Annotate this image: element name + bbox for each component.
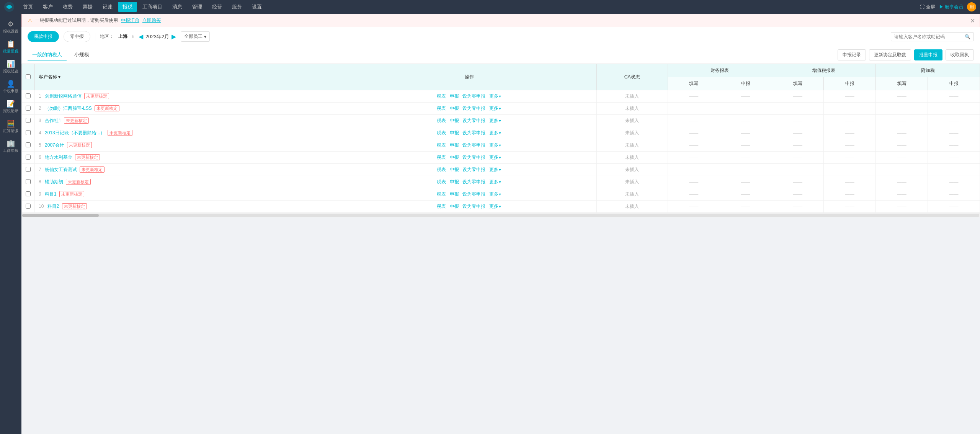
date-next-btn[interactable]: ▶ [172,33,176,40]
search-icon[interactable]: 🔍 [965,34,970,39]
row-col-0: —— [668,127,720,139]
search-input[interactable] [894,34,963,39]
row-customer-name: 5 2007会计 未更新核定 [35,139,342,152]
row-col-0: —— [668,201,720,213]
row-ca-status: 未插入 [596,115,668,127]
scroll-thumb[interactable] [22,214,99,217]
sidebar-item-tax-settings[interactable]: ⚙ 报税设置 [0,17,21,37]
toolbar: 税款申报 零申报 地区： 上海 ℹ ◀ 2023年2月 ▶ 全部员工 ▾ 🔍 [21,27,980,46]
banner-link-summary[interactable]: 申报汇总 [121,17,139,24]
header-add-fill: 填写 [876,77,928,90]
horizontal-scrollbar[interactable] [21,213,980,217]
table-row: 8 辅助期初 未更新核定税表 申报 设为零申报 更多未插入———————————… [22,176,980,188]
row-checkbox-5[interactable] [26,155,31,160]
nav-services[interactable]: 服务 [227,2,247,12]
nav-home[interactable]: 首页 [18,2,38,12]
banner-link-buy[interactable]: 立即购买 [142,17,161,24]
content-area: ⚠ 一键报税功能已过试用期，请购买后使用 申报汇总 立即购买 ✕ 税款申报 零申… [21,14,980,434]
tab-general-taxpayer[interactable]: 一般的纳税人 [28,50,67,60]
nav-bookkeeping[interactable]: 记账 [98,2,117,12]
header-operation: 操作 [342,64,596,90]
nav-fee[interactable]: 收费 [58,2,77,12]
sidebar-item-batch-tax[interactable]: 📋 批量报税 [0,37,21,57]
row-checkbox-2[interactable] [26,118,31,123]
tab-zero-declaration[interactable]: 零申报 [64,31,90,42]
header-financial-declare: 申报 [720,77,772,90]
nav-tax[interactable]: 报税 [118,2,137,12]
tab-small-scale[interactable]: 小规模 [70,50,94,60]
banner-close-btn[interactable]: ✕ [970,17,975,24]
row-col-0: —— [668,139,720,152]
cancel-retrieve-btn[interactable]: 收取回执 [946,49,974,60]
row-col-3: —— [824,164,876,176]
table-row: 10 科目2 未更新核定税表 申报 设为零申报 更多未插入———————————… [22,201,980,213]
header-ca-status: CA状态 [596,64,668,90]
row-checkbox-7[interactable] [26,179,31,184]
row-ca-status: 未插入 [596,139,668,152]
row-customer-name: 3 合作社1 未更新核定 [35,115,342,127]
row-operations: 税表 申报 设为零申报 更多 [342,127,596,139]
row-operations: 税表 申报 设为零申报 更多 [342,103,596,115]
tab-tax-declaration[interactable]: 税款申报 [28,31,59,42]
sidebar-item-tax-overview[interactable]: 📊 报税总览 [0,57,21,77]
row-checkbox-cell [22,90,35,103]
declaration-record-btn[interactable]: 申报记录 [838,49,866,60]
row-customer-name: 10 科目2 未更新核定 [35,201,342,213]
row-checkbox-1[interactable] [26,106,31,111]
tax-settings-icon: ⚙ [8,20,14,28]
nav-biz-project[interactable]: 工商项目 [138,2,167,12]
table-row: 9 科目1 未更新核定税表 申报 设为零申报 更多未插入———————————— [22,188,980,201]
row-col-5: —— [928,90,980,103]
update-agreement-btn[interactable]: 更新协定及取数 [869,49,911,60]
row-checkbox-cell [22,152,35,164]
header-customer-name: 客户名称 ▾ [35,64,342,90]
row-customer-name: 4 2013日记账（不要删除给...） 未更新核定 [35,127,342,139]
batch-declare-btn[interactable]: 批量申报 [914,49,942,60]
nav-settings[interactable]: 设置 [247,2,266,12]
row-col-3: —— [824,201,876,213]
table-row: 3 合作社1 未更新核定税表 申报 设为零申报 更多未插入———————————… [22,115,980,127]
row-checkbox-6[interactable] [26,167,31,172]
row-col-4: —— [876,127,928,139]
employee-filter[interactable]: 全部员工 ▾ [181,31,210,42]
row-col-4: —— [876,201,928,213]
row-col-5: —— [928,152,980,164]
date-prev-btn[interactable]: ◀ [139,33,143,40]
sidebar-item-biz-annual[interactable]: 🏢 工商年报 [0,136,21,156]
row-operations: 税表 申报 设为零申报 更多 [342,152,596,164]
user-avatar[interactable]: 用 [967,2,976,11]
row-checkbox-3[interactable] [26,130,31,135]
fullscreen-btn[interactable]: ⛶ 全屏 [920,4,935,10]
row-checkbox-4[interactable] [26,142,31,147]
row-col-3: —— [824,188,876,201]
region-info-icon[interactable]: ℹ [132,34,134,39]
row-checkbox-cell [22,201,35,213]
tax-records-icon: 📝 [7,100,15,108]
row-customer-name: 9 科目1 未更新核定 [35,188,342,201]
region-label: 地区： [100,33,114,40]
top-nav-right: ⛶ 全屏 ▶ 畅享会员 用 [920,2,976,11]
trial-banner: ⚠ 一键报税功能已过试用期，请购买后使用 申报汇总 立即购买 ✕ [21,14,980,27]
sidebar-item-personal-tax[interactable]: 👤 个税申报 [0,77,21,96]
row-checkbox-9[interactable] [26,204,31,209]
nav-customer[interactable]: 客户 [38,2,57,12]
header-financial-reports: 财务报表 [668,64,772,77]
employee-filter-label: 全部员工 [184,33,203,40]
row-col-1: —— [720,90,772,103]
warning-icon: ⚠ [28,18,32,23]
nav-invoice[interactable]: 票据 [78,2,97,12]
sidebar-item-calc-clear[interactable]: 🧮 汇算清缴 [0,116,21,136]
row-checkbox-0[interactable] [26,93,31,98]
row-ca-status: 未插入 [596,188,668,201]
nav-messages[interactable]: 消息 [168,2,187,12]
row-col-4: —— [876,103,928,115]
row-checkbox-8[interactable] [26,191,31,196]
sidebar-item-tax-records[interactable]: 📝 报税记录 [0,96,21,116]
upgrade-btn[interactable]: ▶ 畅享会员 [939,4,963,10]
row-col-1: —— [720,164,772,176]
select-all-checkbox[interactable] [26,74,31,79]
row-ca-status: 未插入 [596,176,668,188]
header-checkbox-cell [22,64,35,90]
nav-manage[interactable]: 管理 [188,2,207,12]
nav-operations[interactable]: 经营 [207,2,227,12]
